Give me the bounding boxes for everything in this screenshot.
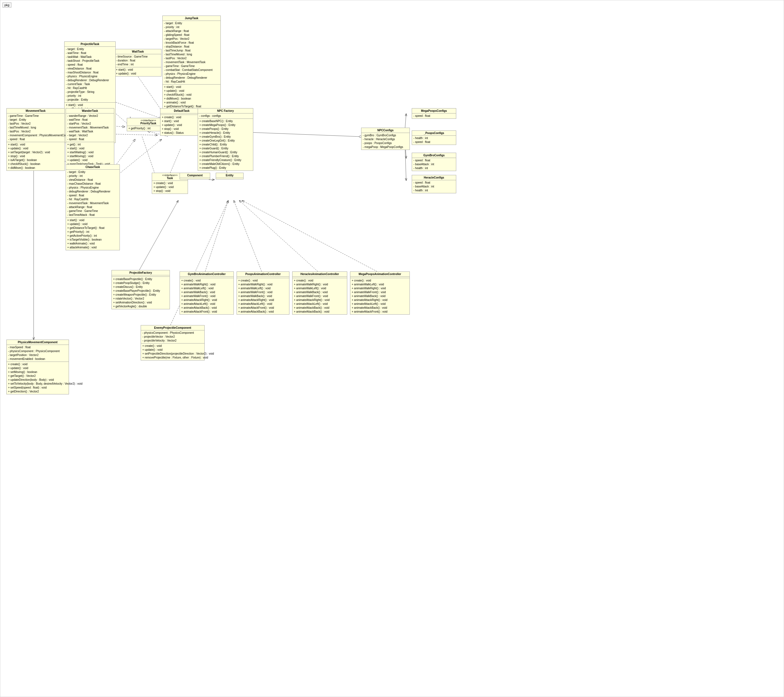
gymbro-anim-methods: + create() : void + animateWalkRight() :… <box>180 278 234 314</box>
chase-task-box: ChaseTask - target : Entity - priority :… <box>66 164 120 250</box>
entity-content <box>216 178 243 179</box>
poops-anim-title: PoopsAnimationController <box>237 272 289 277</box>
poops-anim-methods: + create() : void + animateWalkRight() :… <box>237 278 289 314</box>
gymbro-configs-fields: - speed : float - baseAttack : int - hea… <box>412 158 456 171</box>
poops-configs-title: _PoopsConfigs <box>412 131 456 136</box>
heracle-configs-box: HeracleConfigs - speed : float - baseAtt… <box>412 175 456 193</box>
physics-movement-box: PhysicsMovementComponent - maxSpeed : fl… <box>7 340 69 395</box>
wander-task-title: WanderTask <box>66 109 114 114</box>
npc-factory-fields: - configs : configs <box>198 114 253 119</box>
svg-line-8 <box>117 139 161 175</box>
wait-task-fields: - timeSource : GameTime - duration : flo… <box>115 54 161 67</box>
default-task-methods: + create() : void + start() : void + upd… <box>160 115 203 135</box>
chase-task-fields: - target : Entity - priority : int - vie… <box>66 170 120 218</box>
megapoops-anim-methods: + create() : void + animateWalkLeft() : … <box>350 278 410 314</box>
pkg-label: pkg <box>3 3 12 8</box>
component-title: Component <box>180 173 210 178</box>
gymbro-configs-title: GymBroConfigs <box>412 153 456 158</box>
chase-task-methods: + start() : void + update() : void + get… <box>66 218 120 250</box>
enemy-projectile-methods: + create() : void + update() : void + se… <box>141 344 204 360</box>
npc-configs-box: NPCConfigs - gymBro : GymBroConfigs - he… <box>361 128 410 150</box>
megapoops-configs-fields: - speed : float <box>412 114 456 119</box>
wander-task-fields: - wanderRange : Vector2 - waitTime : flo… <box>66 114 114 142</box>
enemy-projectile-title: EnemyProjectileComponent <box>141 325 204 330</box>
heracle-configs-title: HeracleConfigs <box>412 175 456 180</box>
wait-task-title: WaitTask <box>115 49 161 54</box>
projectile-factory-title: ProjectileFactory <box>112 270 170 275</box>
movement-task-fields: - gameTime : GameTime - target : Entity … <box>7 114 64 142</box>
wait-task-methods: + start() : void + update() : void <box>115 67 161 76</box>
svg-line-30 <box>139 200 178 270</box>
megapoops-anim-title: MegaPoopsAnimationController <box>350 272 410 277</box>
npc-configs-fields: - gymBro : GymBroConfigs - heracle : Her… <box>361 133 410 150</box>
jump-task-fields: - target : Entity - priority : int - att… <box>163 21 221 84</box>
physics-movement-title: PhysicsMovementComponent <box>7 340 69 345</box>
projectile-factory-methods: + createBaseProjectile() : Entity + crea… <box>112 277 170 309</box>
heracle-configs-fields: - speed : float - baseAttack : int - hea… <box>412 180 456 193</box>
poops-configs-box: _PoopsConfigs - health : int - speed : f… <box>412 130 456 145</box>
movement-task-methods: + start() : void + update() : void + set… <box>7 142 64 170</box>
chase-task-title: ChaseTask <box>66 165 120 170</box>
physics-movement-methods: + create() : void + update() : void + se… <box>7 362 69 394</box>
megapoops-configs-title: MegaPoopsConfigs <box>412 109 456 114</box>
wait-task-box: WaitTask - timeSource : GameTime - durat… <box>114 49 161 76</box>
enemy-projectile-box: EnemyProjectileComponent - physicsCompon… <box>141 325 204 360</box>
entity-title: Entity <box>216 173 243 178</box>
poops-configs-fields: - health : int - speed : float <box>412 136 456 145</box>
component-content <box>180 178 210 179</box>
canvas: pkg <box>0 0 784 697</box>
poops-anim-box: PoopsAnimationController + create() : vo… <box>237 271 290 315</box>
npc-factory-methods: + createBaseNPC() : Entity + createMegaP… <box>198 119 253 170</box>
arrows-svg: 1 1 1 1 <box>0 0 784 697</box>
movement-task-box: MovementTask - gameTime : GameTime - tar… <box>7 108 65 171</box>
npc-configs-title: NPCConfigs <box>361 128 410 133</box>
svg-line-27 <box>234 200 262 271</box>
gymbro-anim-box: GymBroAnimationController + create() : v… <box>180 271 234 315</box>
svg-line-28 <box>239 200 318 271</box>
entity-box: Entity <box>216 173 244 179</box>
npc-factory-title: NPC Factory <box>198 109 253 114</box>
physics-movement-fields: - maxSpeed : float - physicsComponent : … <box>7 345 69 362</box>
npc-factory-box: NPC Factory - configs : configs + create… <box>198 108 253 171</box>
projectile-task-fields: - target : Entity - waitTime : float - t… <box>64 47 115 102</box>
heracles-anim-title: HeraclesAnimationController <box>293 272 347 277</box>
megapoops-anim-box: MegaPoopsAnimationController + create() … <box>350 271 410 315</box>
heracles-anim-methods: + create() : void + animateWalkRight() :… <box>293 278 347 314</box>
svg-line-29 <box>242 200 377 271</box>
component-box: Component <box>180 173 210 179</box>
svg-line-11 <box>142 137 156 177</box>
default-task-title: DefaultTask <box>160 109 203 114</box>
megapoops-configs-box: MegaPoopsConfigs - speed : float <box>412 108 456 119</box>
default-task-box: DefaultTask + create() : void + start() … <box>160 108 203 136</box>
gymbro-configs-box: GymBroConfigs - speed : float - baseAtta… <box>412 153 456 171</box>
movement-task-title: MovementTask <box>7 109 64 114</box>
heracles-anim-box: HeraclesAnimationController + create() :… <box>292 271 347 315</box>
projectile-factory-box: ProjectileFactory + createBaseProjectile… <box>112 270 170 309</box>
svg-line-26 <box>205 200 228 271</box>
projectile-task-title: ProjectileTask <box>64 42 115 47</box>
enemy-projectile-fields: - physicsComponent : PhysicsComponent - … <box>141 330 204 344</box>
jump-task-title: JumpTask <box>163 16 221 21</box>
svg-line-18 <box>251 132 359 137</box>
gymbro-anim-title: GymBroAnimationController <box>180 272 234 277</box>
task-methods: + create() : void + update() : void + st… <box>152 181 188 193</box>
